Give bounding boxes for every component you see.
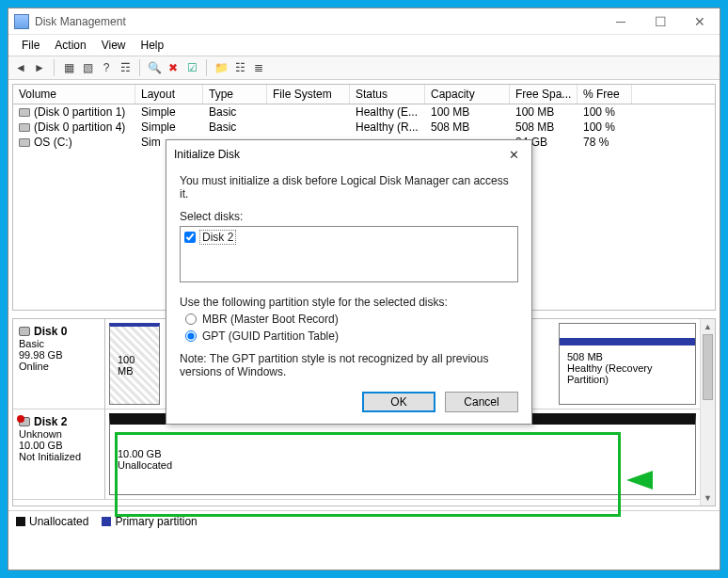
col-capacity[interactable]: Capacity (425, 85, 510, 104)
volume-icon (19, 108, 30, 117)
dialog-title: Initialize Disk (174, 148, 503, 161)
partition-recovery[interactable]: 508 MB Healthy (Recovery Partition) (559, 323, 696, 405)
menu-help[interactable]: Help (135, 37, 170, 54)
col-volume[interactable]: Volume (13, 85, 135, 104)
toolbar: ◄ ► ▦ ▧ ? ☶ 🔍 ✖ ☑ 📁 ☷ ≣ (8, 56, 720, 80)
col-status[interactable]: Status (350, 85, 425, 104)
maximize-button[interactable]: ☐ (641, 8, 680, 34)
volume-icon (19, 138, 30, 147)
minimize-button[interactable]: ─ (601, 8, 641, 34)
dialog-close-button[interactable]: ✕ (503, 146, 524, 163)
dialog-message: You must initialize a disk before Logica… (180, 174, 518, 201)
delete-icon[interactable]: ✖ (165, 59, 182, 76)
menu-action[interactable]: Action (49, 37, 91, 54)
initialize-disk-dialog: Initialize Disk ✕ You must initialize a … (166, 139, 532, 425)
col-pctfree[interactable]: % Free (578, 85, 632, 104)
window-title: Disk Management (35, 15, 601, 28)
menubar: File Action View Help (8, 35, 720, 56)
search-icon[interactable]: 🔍 (146, 59, 163, 76)
options-icon[interactable]: ☶ (117, 59, 134, 76)
partition-unallocated[interactable]: 10.00 GB Unallocated (109, 413, 696, 495)
swatch-primary (102, 517, 111, 526)
menu-view[interactable]: View (96, 37, 132, 54)
close-button[interactable]: ✕ (680, 8, 720, 34)
table-row[interactable]: (Disk 0 partition 1) Simple Basic Health… (13, 104, 715, 120)
menu-file[interactable]: File (16, 37, 45, 54)
help-icon[interactable]: ? (98, 59, 115, 76)
col-type[interactable]: Type (203, 85, 267, 104)
mbr-radio[interactable] (185, 313, 197, 325)
cancel-button[interactable]: Cancel (445, 392, 518, 412)
swatch-unallocated (16, 517, 25, 526)
mbr-option[interactable]: MBR (Master Boot Record) (185, 313, 518, 326)
disk-list: Disk 2 (180, 226, 518, 282)
disk-header: Disk 0 Basic 99.98 GB Online (13, 319, 105, 409)
highlight-arrow-icon (626, 471, 653, 490)
disk-icon (19, 327, 30, 336)
partition-efi[interactable]: 100 MB (109, 323, 160, 405)
legend: Unallocated Primary partition (8, 510, 720, 531)
dialog-titlebar: Initialize Disk ✕ (166, 140, 531, 169)
disk-checkbox[interactable] (184, 232, 196, 243)
table-row[interactable]: (Disk 0 partition 4) Simple Basic Health… (13, 120, 715, 135)
folder-icon[interactable]: 📁 (213, 59, 229, 76)
gpt-option[interactable]: GPT (GUID Partition Table) (185, 329, 518, 343)
volume-icon (19, 123, 30, 132)
ok-button[interactable]: OK (362, 392, 435, 412)
forward-icon[interactable]: ► (31, 59, 48, 76)
app-icon (14, 14, 29, 29)
partition-style-label: Use the following partition style for th… (180, 296, 518, 309)
gpt-radio[interactable] (185, 330, 197, 342)
scrollbar[interactable]: ▲ ▼ (700, 319, 715, 506)
col-free[interactable]: Free Spa... (510, 85, 578, 104)
disk-list-item[interactable]: Disk 2 (184, 230, 514, 245)
col-layout[interactable]: Layout (135, 85, 203, 104)
scroll-down-icon[interactable]: ▼ (701, 490, 715, 506)
disk-header: Disk 2 Unknown 10.00 GB Not Initialized (13, 409, 105, 499)
layout-icon[interactable]: ▦ (60, 59, 77, 76)
titlebar: Disk Management ─ ☐ ✕ (8, 8, 720, 35)
list-icon[interactable]: ≣ (250, 59, 267, 76)
col-fs[interactable]: File System (267, 85, 350, 104)
refresh-icon[interactable]: ▧ (79, 59, 96, 76)
dialog-note: Note: The GPT partition style is not rec… (180, 352, 518, 378)
check-icon[interactable]: ☑ (183, 59, 200, 76)
select-disks-label: Select disks: (180, 210, 518, 223)
scroll-up-icon[interactable]: ▲ (701, 319, 715, 334)
scroll-thumb[interactable] (703, 334, 713, 400)
properties-icon[interactable]: ☷ (231, 59, 248, 76)
back-icon[interactable]: ◄ (12, 59, 29, 76)
disk-error-icon (19, 417, 30, 426)
